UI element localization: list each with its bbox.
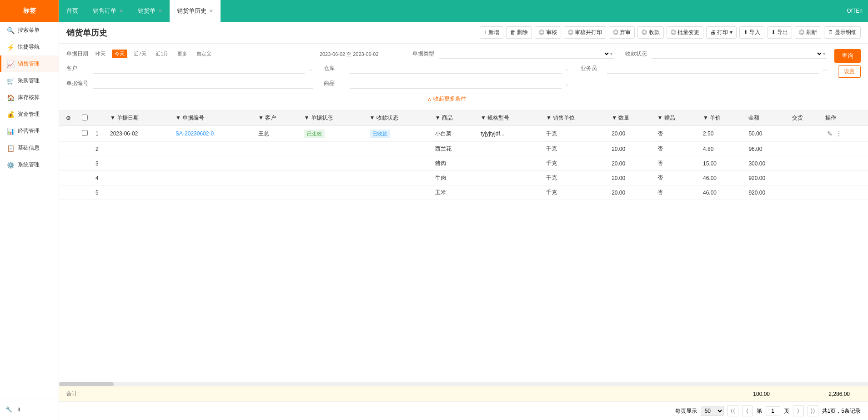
- show-detail-button[interactable]: 🗒 显示明细: [824, 26, 861, 39]
- cell-price-1: 4.80: [699, 142, 745, 156]
- sidebar-item-quick-nav[interactable]: ⚡ 快捷导航: [0, 39, 59, 55]
- page-next-btn[interactable]: ⟩: [793, 405, 804, 416]
- cell-transaction-2: [788, 156, 822, 171]
- cell-customer-4: [255, 185, 300, 200]
- th-gear[interactable]: ⚙: [59, 110, 77, 126]
- cell-docno-0[interactable]: SA-20230602-0: [172, 126, 255, 142]
- tab-sales-order-close[interactable]: ✕: [119, 8, 123, 14]
- filter-customer-field: 客户 ...: [66, 63, 313, 74]
- select-all-checkbox[interactable]: [82, 115, 88, 120]
- th-customer[interactable]: ▼ 客户: [255, 110, 300, 126]
- docno-input[interactable]: [93, 78, 313, 89]
- cell-spec-4: [477, 185, 542, 200]
- collapse-btn[interactable]: ∧ 收起更多条件: [66, 93, 827, 105]
- goods-label: 商品: [324, 80, 346, 87]
- th-qty[interactable]: ▼ 数量: [608, 110, 653, 126]
- warehouse-input[interactable]: [350, 63, 562, 74]
- salesperson-dots[interactable]: ...: [823, 65, 827, 72]
- date-btn-today[interactable]: 今天: [112, 50, 127, 58]
- cell-gift-1: 否: [654, 142, 699, 156]
- th-doc-date[interactable]: ▼ 单据日期: [106, 110, 172, 126]
- sidebar-item-base-info[interactable]: 📋 基础信息: [0, 140, 59, 156]
- tab-home-label: 首页: [66, 7, 78, 15]
- new-button[interactable]: + 新增: [480, 26, 503, 39]
- filter-area: 单据日期 昨天 今天 近7天 近1月 更多 自定义 2023-06-02 至 2…: [59, 44, 868, 110]
- refresh-button[interactable]: ◎ 刷新: [795, 26, 821, 39]
- page-input[interactable]: [766, 406, 780, 415]
- doc-type-select[interactable]: [441, 50, 610, 57]
- cell-docstatus-0: 已生效: [301, 126, 366, 142]
- print-button[interactable]: 🖨 打印 ▾: [706, 26, 737, 39]
- sidebar-item-inventory[interactable]: 🏠 库存核算: [0, 89, 59, 106]
- cell-qty-2: 20.00: [608, 156, 653, 171]
- sidebar-item-purchase-mgmt[interactable]: 🛒 采购管理: [0, 72, 59, 89]
- row-checkbox-0[interactable]: [82, 130, 88, 136]
- receive-button[interactable]: ◎ 收款: [637, 26, 663, 39]
- goods-dots[interactable]: ...: [565, 80, 570, 87]
- warehouse-dots[interactable]: ...: [565, 65, 570, 72]
- th-goods[interactable]: ▼ 商品: [431, 110, 477, 126]
- date-btn-7days[interactable]: 近7天: [131, 50, 149, 58]
- tab-sales-order[interactable]: 销售订单 ✕: [85, 0, 130, 22]
- cell-checkbox-1: [77, 142, 92, 156]
- tab-sales-history[interactable]: 销货单历史 ✕: [170, 0, 221, 22]
- cell-amount-1: 96.00: [745, 142, 788, 156]
- tab-home[interactable]: 首页: [59, 0, 85, 22]
- tab-sales-delivery-close[interactable]: ✕: [158, 8, 162, 14]
- payment-status-select[interactable]: [653, 50, 823, 57]
- payment-status-badge-0: 已收款: [370, 130, 390, 138]
- sidebar-item-search-menu[interactable]: 🔍 搜索菜单: [0, 22, 59, 39]
- page-last-btn[interactable]: ⟩⟩: [808, 405, 818, 416]
- th-price-label: ▼ 单价: [703, 115, 721, 121]
- date-btn-more[interactable]: 更多: [175, 50, 190, 58]
- scrollbar-thumb[interactable]: [59, 382, 114, 386]
- sidebar-bottom-settings[interactable]: 🔧 ⏸: [0, 403, 59, 416]
- export-button[interactable]: ⬇ 导出: [767, 26, 792, 39]
- edit-icon-0[interactable]: ✎: [825, 129, 834, 138]
- customer-dots[interactable]: ...: [308, 65, 313, 72]
- tab-sales-delivery[interactable]: 销货单 ✕: [130, 0, 170, 22]
- th-payment-status[interactable]: ▼ 收款状态: [366, 110, 431, 126]
- cell-rowno-2: 3: [92, 156, 106, 171]
- goods-input[interactable]: [350, 78, 562, 89]
- th-checkbox: [77, 110, 92, 126]
- audit-print-button[interactable]: ◎ 审核并打印: [564, 26, 606, 39]
- th-price[interactable]: ▼ 单价: [699, 110, 745, 126]
- th-transaction-label: 交货: [792, 115, 803, 121]
- th-doc-status[interactable]: ▼ 单据状态: [301, 110, 366, 126]
- more-icon-0[interactable]: ⋮: [834, 129, 843, 138]
- th-unit[interactable]: ▼ 销售单位: [542, 110, 608, 126]
- th-gift[interactable]: ▼ 赠品: [654, 110, 699, 126]
- page-first-btn[interactable]: ⟨⟨: [728, 405, 738, 416]
- date-btn-custom[interactable]: 自定义: [194, 50, 214, 58]
- audit-button[interactable]: ◎ 审核: [535, 26, 561, 39]
- sidebar-item-finance[interactable]: 💰 资金管理: [0, 106, 59, 123]
- warehouse-label: 仓库: [324, 65, 346, 72]
- th-doc-no[interactable]: ▼ 单据编号: [172, 110, 255, 126]
- salesperson-input[interactable]: [607, 63, 819, 74]
- filter-docno-field: 单据编号: [66, 78, 313, 89]
- import-button[interactable]: ⬆ 导入: [739, 26, 764, 39]
- scrollbar-area[interactable]: [59, 382, 868, 386]
- th-customer-label: ▼ 客户: [258, 115, 276, 121]
- th-spec[interactable]: ▼ 规格型号: [477, 110, 542, 126]
- abandon-button[interactable]: ◎ 弃审: [609, 26, 635, 39]
- sidebar-item-sys-mgmt[interactable]: ⚙️ 系统管理: [0, 156, 59, 173]
- date-btn-yesterday[interactable]: 昨天: [93, 50, 108, 58]
- sidebar-item-sales-mgmt[interactable]: 📈 销售管理: [0, 55, 59, 72]
- query-button[interactable]: 查询: [834, 49, 861, 63]
- tab-sales-history-close[interactable]: ✕: [209, 8, 213, 14]
- date-btn-1month[interactable]: 近1月: [153, 50, 171, 58]
- sidebar-item-operations[interactable]: 📊 经营管理: [0, 123, 59, 140]
- settings-button[interactable]: 设置: [838, 65, 861, 78]
- customer-input[interactable]: [93, 63, 305, 74]
- delete-button[interactable]: 🗑 删除: [506, 26, 532, 39]
- batch-change-button[interactable]: ◎ 批量变更: [667, 26, 703, 39]
- cell-gear-0: [59, 126, 77, 142]
- cell-goods-0: 小白菜: [431, 126, 477, 142]
- cell-docdate-3: [106, 171, 172, 185]
- page-size-select[interactable]: 50 20 100: [701, 406, 724, 416]
- main-area: 首页 销售订单 ✕ 销货单 ✕ 销货单历史 ✕ OfTEn 销货单历史 + 新增…: [59, 0, 868, 420]
- cell-paymentstatus-1: [366, 142, 431, 156]
- page-prev-btn[interactable]: ⟨: [742, 405, 753, 416]
